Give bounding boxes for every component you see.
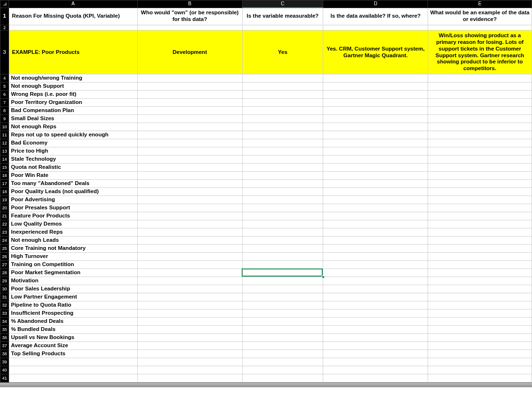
cell[interactable]: Yes. CRM, Customer Support system, Gartn… (323, 31, 428, 74)
cell[interactable] (137, 99, 242, 107)
row-header[interactable]: 21 (0, 212, 9, 220)
cell[interactable] (428, 237, 532, 245)
cell[interactable]: Development (137, 31, 242, 74)
cell[interactable] (428, 220, 532, 228)
cell[interactable] (137, 180, 242, 188)
cell[interactable] (242, 115, 323, 123)
cell[interactable] (323, 253, 428, 261)
cell[interactable]: Pipeline to Quota Ratio (9, 301, 138, 309)
cell[interactable]: Win/Loss showing product as a primary re… (428, 31, 532, 74)
cell[interactable] (242, 212, 323, 220)
cell[interactable] (428, 309, 532, 318)
row-header[interactable]: 19 (0, 196, 9, 204)
cell[interactable] (428, 318, 532, 326)
cell[interactable] (137, 204, 242, 212)
cell[interactable]: Low Quality Demos (9, 220, 138, 228)
row-header[interactable]: 9 (0, 115, 9, 123)
cell[interactable] (323, 334, 428, 342)
cell[interactable] (242, 155, 323, 164)
cell[interactable] (323, 326, 428, 334)
cell[interactable] (323, 115, 428, 123)
cell[interactable]: Not enough Reps (9, 123, 138, 131)
cell[interactable] (323, 123, 428, 131)
cell[interactable] (137, 74, 242, 82)
cell[interactable] (428, 196, 532, 204)
cell[interactable] (137, 334, 242, 342)
cell[interactable] (428, 164, 532, 172)
cell[interactable]: Not enough/wrong Training (9, 74, 138, 82)
row-header[interactable]: 14 (0, 155, 9, 164)
row-header[interactable]: 24 (0, 237, 9, 245)
cell[interactable] (137, 285, 242, 293)
cell[interactable] (428, 350, 532, 358)
cell[interactable] (137, 188, 242, 196)
cell[interactable] (242, 172, 323, 180)
cell[interactable] (428, 245, 532, 253)
cell[interactable] (137, 220, 242, 228)
cell[interactable]: What would be an example of the data or … (428, 8, 532, 25)
row-header[interactable]: 34 (0, 318, 9, 326)
row-header[interactable]: 15 (0, 164, 9, 172)
cell[interactable] (428, 91, 532, 99)
col-header-E[interactable]: E (428, 0, 532, 8)
cell[interactable] (137, 374, 242, 382)
cell[interactable] (428, 366, 532, 374)
cell[interactable]: Stale Technology (9, 155, 138, 164)
bottom-scrollbar[interactable] (0, 382, 532, 387)
cell[interactable] (242, 366, 323, 374)
cell[interactable] (323, 269, 428, 277)
cell[interactable] (323, 293, 428, 301)
cell[interactable] (428, 147, 532, 155)
cell[interactable]: High Turnover (9, 253, 138, 261)
cell[interactable] (428, 74, 532, 82)
row-header[interactable]: 41 (0, 374, 9, 382)
cell[interactable] (428, 261, 532, 269)
row-header[interactable]: 17 (0, 180, 9, 188)
col-header-D[interactable]: D (323, 0, 428, 8)
cell[interactable] (137, 164, 242, 172)
cell[interactable] (242, 91, 323, 99)
row-header[interactable]: 1 (0, 8, 9, 25)
cell[interactable] (137, 82, 242, 91)
cell[interactable]: Bad Economy (9, 139, 138, 147)
row-header[interactable]: 35 (0, 326, 9, 334)
row-header[interactable]: 31 (0, 293, 9, 301)
row-header[interactable]: 23 (0, 228, 9, 237)
cell[interactable] (137, 115, 242, 123)
cell[interactable] (323, 237, 428, 245)
cell[interactable] (242, 147, 323, 155)
cell[interactable] (137, 309, 242, 318)
cell[interactable] (137, 139, 242, 147)
cell[interactable] (242, 196, 323, 204)
cell[interactable] (242, 293, 323, 301)
cell[interactable] (428, 342, 532, 350)
row-header[interactable]: 29 (0, 277, 9, 285)
cell[interactable] (242, 269, 323, 277)
cell[interactable] (323, 342, 428, 350)
cell[interactable] (242, 301, 323, 309)
spreadsheet-grid[interactable]: A B C D E 1 Reason For Missing Quota (KP… (0, 0, 532, 382)
cell[interactable] (242, 204, 323, 212)
cell[interactable] (323, 25, 428, 31)
cell[interactable]: Price too High (9, 147, 138, 155)
cell[interactable] (323, 220, 428, 228)
cell[interactable]: Is the variable measurable? (242, 8, 323, 25)
row-header[interactable]: 33 (0, 309, 9, 318)
cell[interactable] (9, 366, 138, 374)
col-header-B[interactable]: B (137, 0, 242, 8)
cell[interactable] (428, 293, 532, 301)
cell[interactable] (428, 172, 532, 180)
cell[interactable]: Poor Win Rate (9, 172, 138, 180)
row-header[interactable]: 6 (0, 91, 9, 99)
cell[interactable] (323, 245, 428, 253)
cell[interactable] (323, 131, 428, 139)
cell[interactable]: Small Deal Sizes (9, 115, 138, 123)
cell[interactable]: Low Partner Engagement (9, 293, 138, 301)
cell[interactable] (242, 123, 323, 131)
cell[interactable] (137, 342, 242, 350)
cell[interactable] (428, 253, 532, 261)
cell[interactable] (242, 253, 323, 261)
cell[interactable] (428, 277, 532, 285)
cell[interactable] (9, 25, 138, 31)
cell[interactable] (137, 245, 242, 253)
